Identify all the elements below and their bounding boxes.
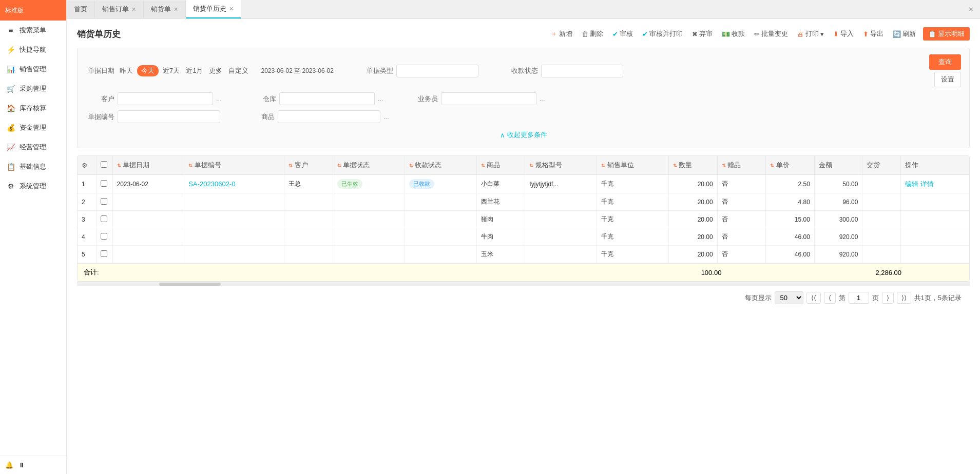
date-tag-7days[interactable]: 近7天 (161, 65, 182, 76)
revoke-button[interactable]: ✖ 弃审 (690, 28, 715, 40)
status-badge: 已生效 (337, 179, 362, 189)
approve-button[interactable]: ✔ 审核 (610, 28, 635, 40)
col-settings[interactable]: ⚙ (78, 156, 96, 175)
print-button[interactable]: 🖨 打印 ▾ (795, 28, 826, 40)
cell-gift: 否 (717, 246, 766, 263)
import-button[interactable]: ⬇ 导入 (831, 28, 856, 40)
sidebar-item-inventory[interactable]: 🏠 库存核算 (0, 98, 66, 118)
batch-change-button[interactable]: ✏ 批量变更 (752, 28, 790, 40)
last-page-button[interactable]: ⟩⟩ (897, 292, 911, 304)
doc-type-select[interactable] (396, 65, 478, 77)
sidebar-item-sales-mgmt[interactable]: 📊 销售管理 (0, 60, 66, 79)
tab-sales-order[interactable]: 销售订单 ✕ (95, 1, 144, 18)
col-unit[interactable]: ⇅ 销售单位 (597, 156, 669, 175)
date-tag-1month[interactable]: 近1月 (184, 65, 205, 76)
table-settings-icon[interactable]: ⚙ (82, 162, 88, 169)
cell-customer: 王总 (284, 175, 333, 193)
per-page-select[interactable]: 50 20 100 (775, 291, 803, 304)
sidebar-item-basic-info[interactable]: 📋 基础信息 (0, 157, 66, 176)
doc-no-input[interactable] (118, 110, 220, 123)
tab-home[interactable]: 首页 (67, 1, 95, 18)
total-pages-info: 共1页，5条记录 (914, 293, 962, 303)
col-checkbox[interactable] (96, 156, 112, 175)
customer-dots[interactable]: ... (216, 95, 222, 103)
first-page-button[interactable]: ⟨⟨ (806, 292, 821, 304)
col-date[interactable]: ⇅ 单据日期 (112, 156, 184, 175)
col-doc-status[interactable]: ⇅ 单据状态 (333, 156, 405, 175)
query-button[interactable]: 查询 (929, 54, 961, 70)
tab-sales-history[interactable]: 销货单历史 ✕ (186, 0, 241, 18)
col-delivery[interactable]: 交货 (862, 156, 901, 175)
cell-price: 46.00 (766, 246, 815, 263)
salesperson-input[interactable] (441, 92, 536, 105)
pause-icon[interactable]: ⏸ (18, 461, 25, 469)
cell-qty: 20.00 (669, 211, 718, 228)
date-tag-custom[interactable]: 自定义 (226, 65, 251, 76)
warehouse-dots[interactable]: ... (378, 95, 383, 103)
select-all-checkbox[interactable] (101, 161, 107, 168)
payment-button[interactable]: 💵 收款 (720, 28, 747, 40)
sort-date-icon: ⇅ (117, 163, 121, 168)
date-tag-yesterday[interactable]: 昨天 (118, 65, 135, 76)
row-checkbox[interactable] (101, 215, 107, 222)
batch-change-icon: ✏ (754, 30, 760, 38)
next-page-button[interactable]: ⟩ (882, 292, 894, 304)
scrollbar-area[interactable] (77, 282, 970, 286)
pagination: 每页显示 50 20 100 ⟨⟨ ⟨ 第 页 ⟩ ⟩⟩ 共1页，5条记录 (77, 286, 970, 309)
col-amount[interactable]: 金额 (814, 156, 862, 175)
edit-action[interactable]: 编辑 (905, 180, 918, 188)
settings-button[interactable]: 设置 (934, 72, 961, 87)
col-price[interactable]: ⇅ 单价 (766, 156, 815, 175)
row-checkbox[interactable] (101, 233, 107, 240)
date-tag-today[interactable]: 今天 (137, 65, 159, 76)
col-qty[interactable]: ⇅ 数量 (669, 156, 718, 175)
col-spec[interactable]: ⇅ 规格型号 (525, 156, 597, 175)
row-checkbox[interactable] (101, 250, 107, 257)
tab-sales-order-close[interactable]: ✕ (131, 6, 136, 13)
date-tag-more[interactable]: 更多 (207, 65, 224, 76)
sidebar-item-finance[interactable]: 💰 资金管理 (0, 118, 66, 137)
prev-page-button[interactable]: ⟨ (824, 292, 836, 304)
salesperson-dots[interactable]: ... (540, 95, 545, 103)
page-number-input[interactable] (849, 292, 869, 304)
cell-spec (525, 228, 597, 246)
delete-button[interactable]: 🗑 删除 (580, 28, 605, 40)
row-checkbox[interactable] (101, 198, 107, 205)
sidebar-item-quick-nav[interactable]: ⚡ 快捷导航 (0, 40, 66, 60)
detail-action[interactable]: 详情 (920, 180, 934, 188)
sidebar-item-operations[interactable]: 📈 经营管理 (0, 137, 66, 157)
cell-spec (525, 211, 597, 228)
tab-sales-history-close[interactable]: ✕ (229, 6, 234, 12)
col-payment-status[interactable]: ⇅ 收款状态 (405, 156, 476, 175)
col-customer[interactable]: ⇅ 客户 (284, 156, 333, 175)
payment-status-select[interactable] (541, 65, 623, 77)
doc-no-link[interactable]: SA-20230602-0 (188, 180, 235, 188)
product-dots[interactable]: ... (383, 113, 389, 121)
cell-unit: 千克 (597, 228, 669, 246)
cell-spec (525, 193, 597, 211)
col-product[interactable]: ⇅ 商品 (476, 156, 525, 175)
sidebar-item-purchase-mgmt[interactable]: 🛒 采购管理 (0, 79, 66, 98)
toolbar: ＋ 新增 🗑 删除 ✔ 审核 ✔ 审核并打印 ✖ 弃审 (549, 27, 970, 41)
row-checkbox[interactable] (101, 180, 107, 187)
approve-print-button[interactable]: ✔ 审核并打印 (640, 28, 685, 40)
show-detail-button[interactable]: 📋 显示明细 (923, 27, 970, 41)
cell-unit: 千克 (597, 246, 669, 263)
refresh-button[interactable]: 🔄 刷新 (891, 28, 918, 40)
print-dropdown-icon: ▾ (820, 30, 824, 38)
product-filter-input[interactable] (278, 110, 380, 123)
add-button[interactable]: ＋ 新增 (549, 28, 574, 40)
col-doc-no[interactable]: ⇅ 单据编号 (184, 156, 284, 175)
warehouse-input[interactable] (279, 92, 375, 105)
sidebar-item-system-mgmt[interactable]: ⚙ 系统管理 (0, 176, 66, 196)
notification-icon[interactable]: 🔔 (5, 461, 13, 469)
col-gift[interactable]: ⇅ 赠品 (717, 156, 766, 175)
tab-sales-delivery-close[interactable]: ✕ (174, 6, 178, 13)
close-all-tabs[interactable]: ✕ (962, 6, 980, 13)
collapse-button[interactable]: ∧ 收起更多条件 (498, 128, 549, 142)
tab-sales-delivery[interactable]: 销货单 ✕ (144, 1, 186, 18)
export-button[interactable]: ⬆ 导出 (861, 28, 886, 40)
customer-input[interactable] (118, 92, 213, 105)
sidebar-item-search-menu[interactable]: ≡ 搜索菜单 (0, 21, 66, 40)
table-row: 5玉米千克20.00否46.00920.00 (78, 246, 969, 263)
